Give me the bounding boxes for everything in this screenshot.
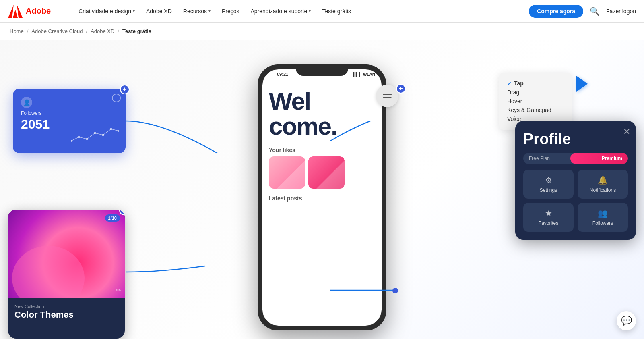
followers-cell-icon: 👥 xyxy=(598,208,608,218)
like-card-1 xyxy=(269,156,305,189)
chat-icon: 💬 xyxy=(621,316,632,326)
nav-right: Compre agora 🔍 Fazer logon xyxy=(529,5,636,18)
your-likes-label: Your likes xyxy=(269,147,375,153)
followers-avatar-icon: 👤 xyxy=(21,97,32,108)
nav-item-teste[interactable]: Teste grátis xyxy=(317,5,356,18)
phone-time: 09:21 xyxy=(277,72,288,77)
svg-point-5 xyxy=(110,128,112,130)
breadcrumb-current: Teste grátis xyxy=(122,28,151,34)
dropdown-item-drag[interactable]: Drag xyxy=(507,88,564,97)
phone-mockup: 09:21 ▌▌▌ WLAN Welcome. Your likes xyxy=(258,64,386,339)
svg-point-4 xyxy=(102,134,104,136)
notifications-cell[interactable]: 🔔 Notifications xyxy=(578,170,628,199)
themes-body: New Collection Color Themes xyxy=(8,298,125,326)
search-icon[interactable]: 🔍 xyxy=(590,6,600,16)
adobe-wordmark: Adobe xyxy=(26,6,51,16)
breadcrumb-sep: / xyxy=(86,28,88,34)
favorites-cell[interactable]: ★ Favorites xyxy=(523,203,574,232)
phone-status-icons: ▌▌▌ WLAN xyxy=(353,72,375,77)
logo[interactable]: Adobe xyxy=(8,4,51,19)
nav-item-precos[interactable]: Preços xyxy=(217,5,244,18)
chevron-down-icon: ▾ xyxy=(133,9,135,13)
breadcrumb: Home / Adobe Creative Cloud / Adobe XD /… xyxy=(0,23,644,40)
premium-label: Premium xyxy=(602,156,622,161)
profile-grid: ⚙ Settings 🔔 Notifications ★ Favorites 👥… xyxy=(523,170,628,232)
hero-section: ⚡ − + 👤 Followers 2051 1/10 ✏ + xyxy=(0,40,644,339)
phone-screen: 09:21 ▌▌▌ WLAN Welcome. Your likes xyxy=(262,69,382,326)
nav-items: Criatividade e design ▾ Adobe XD Recurso… xyxy=(74,5,529,18)
dropdown-item-tap[interactable]: ✓ Tap xyxy=(507,79,564,88)
nav-item-creativity[interactable]: Criatividade e design ▾ xyxy=(74,5,140,18)
connector-dot xyxy=(392,288,398,293)
favorites-label: Favorites xyxy=(539,220,558,226)
nav-item-recursos[interactable]: Recursos ▾ xyxy=(178,5,215,18)
settings-cell[interactable]: ⚙ Settings xyxy=(523,170,574,199)
buy-button[interactable]: Compre agora xyxy=(529,5,583,18)
nav-separator xyxy=(67,6,67,17)
phone-plus-button[interactable]: + xyxy=(396,84,406,94)
settings-label: Settings xyxy=(540,187,557,193)
color-themes-card: 1/10 ✏ + New Collection Color Themes xyxy=(8,210,125,339)
nav-item-adobexd[interactable]: Adobe XD xyxy=(141,5,177,18)
breadcrumb-sep: / xyxy=(27,28,29,34)
breadcrumb-creative-cloud[interactable]: Adobe Creative Cloud xyxy=(31,28,83,34)
breadcrumb-sep: / xyxy=(118,28,119,34)
adobe-logo-icon xyxy=(8,4,23,19)
profile-title: Profile xyxy=(523,131,628,148)
breadcrumb-adobe-xd[interactable]: Adobe XD xyxy=(91,28,114,34)
favorites-icon: ★ xyxy=(545,208,552,218)
latest-posts-label: Latest posts xyxy=(269,195,375,202)
card-triangle xyxy=(316,160,345,189)
likes-grid xyxy=(269,156,375,189)
wifi-label: WLAN xyxy=(363,72,375,77)
breadcrumb-home[interactable]: Home xyxy=(10,28,24,34)
svg-point-2 xyxy=(86,138,88,140)
notifications-icon: 🔔 xyxy=(598,175,608,185)
chat-bubble-button[interactable]: 💬 xyxy=(617,311,636,330)
profile-panel: ✕ Profile Free Plan Premium ⚙ Settings 🔔… xyxy=(515,121,636,240)
themes-sublabel: New Collection xyxy=(14,304,118,309)
card-triangle xyxy=(277,160,305,189)
like-card-2 xyxy=(308,156,345,189)
hamburger-line xyxy=(383,97,392,98)
svg-point-1 xyxy=(78,136,80,138)
plan-track: Free Plan Premium xyxy=(523,153,628,164)
themes-decoration xyxy=(8,210,125,298)
followers-cell-label: Followers xyxy=(592,220,613,226)
settings-icon: ⚙ xyxy=(545,175,552,185)
plan-bar: Free Plan Premium xyxy=(523,153,628,164)
hamburger-button[interactable] xyxy=(376,85,398,107)
followers-card: − + 👤 Followers 2051 xyxy=(13,89,126,153)
nav-item-aprendizado[interactable]: Aprendizado e suporte ▾ xyxy=(246,5,316,18)
followers-label: Followers xyxy=(21,110,118,116)
dropdown-item-hover[interactable]: Hover xyxy=(507,97,564,106)
sparkline-chart xyxy=(71,125,119,145)
followers-minus-button[interactable]: − xyxy=(112,94,121,102)
phone-notch xyxy=(296,64,348,76)
followers-cell[interactable]: 👥 Followers xyxy=(578,203,628,232)
dropdown-item-keys[interactable]: Keys & Gamepad xyxy=(507,106,564,114)
themes-title: Color Themes xyxy=(14,310,118,320)
blue-arrow-icon xyxy=(576,76,588,92)
profile-close-button[interactable]: ✕ xyxy=(623,127,630,137)
navigation: Adobe Criatividade e design ▾ Adobe XD R… xyxy=(0,0,644,23)
chevron-down-icon: ▾ xyxy=(309,9,311,13)
login-link[interactable]: Fazer logon xyxy=(606,8,636,15)
check-icon: ✓ xyxy=(507,81,512,87)
hamburger-line xyxy=(383,94,392,95)
phone-content: Welcome. Your likes Latest posts xyxy=(262,89,382,202)
notifications-label: Notifications xyxy=(590,187,616,193)
free-plan-label: Free Plan xyxy=(529,156,550,161)
chevron-down-icon: ▾ xyxy=(208,9,211,13)
svg-point-6 xyxy=(118,130,119,132)
phone-frame: 09:21 ▌▌▌ WLAN Welcome. Your likes xyxy=(258,64,386,330)
followers-plus-button[interactable]: + xyxy=(120,85,130,94)
svg-point-3 xyxy=(94,132,96,134)
welcome-text: Welcome. xyxy=(269,89,375,139)
themes-image: 1/10 ✏ + xyxy=(8,210,125,298)
svg-point-7 xyxy=(12,246,85,298)
signal-icon: ▌▌▌ xyxy=(353,72,361,77)
